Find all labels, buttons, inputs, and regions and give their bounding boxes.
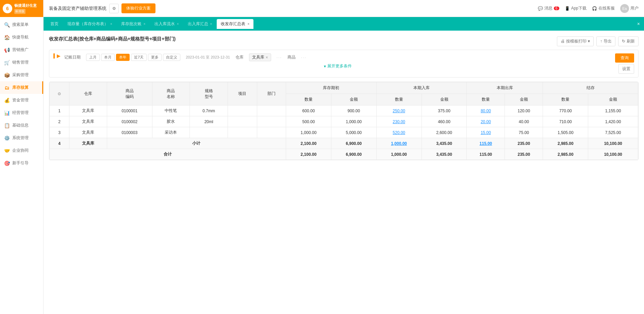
tab-bar-close-btn[interactable]: × [636,20,641,28]
sub-no: 4 [50,138,69,149]
sub-in-qty: 1,000.00 [376,138,422,149]
date-btn-本年[interactable]: 本年 [116,54,130,61]
cell-warehouse: 文具库 [69,105,107,116]
tab-batch_ledger[interactable]: 库存批次账× [117,19,150,29]
date-btn-上月[interactable]: 上月 [86,54,100,61]
date-btn-自定义[interactable]: 自定义 [163,54,180,61]
tab-close-batch_ledger[interactable]: × [144,22,146,26]
sidebar-item-purchase[interactable]: 📦采购管理 [0,69,43,81]
date-btn-更多[interactable]: 更多 [148,54,162,61]
cell-project [228,105,257,116]
column-settings-icon[interactable]: ⚙ [57,92,61,96]
warehouse-more-btn[interactable]: ··· [277,55,282,60]
tab-label-flow: 出入库流水 [154,21,175,27]
cell-close-qty: 1,505.00 [543,127,588,138]
cell-dept [257,127,286,138]
th-project: 项目 [228,82,257,105]
tab-inventory_dist[interactable]: 现存量（库存分布表）× [63,19,116,29]
total-out-qty: 115.00 [467,149,505,160]
filter-expand-btn[interactable]: ▶ [53,53,60,59]
cell-in-qty[interactable]: 250.00 [376,105,422,116]
cell-out-amt: 40.00 [505,116,543,127]
summary-table: ⚙ 仓库 商品编码 商品名称 规格型号 项目 部门 库存期初 本期入库 本期出库… [49,82,638,160]
refresh-btn[interactable]: ↻ 刷新 [618,36,639,46]
cell-project [228,127,257,138]
user-label: 用户 [630,5,639,11]
cell-out-qty[interactable]: 80.00 [467,105,505,116]
app-download-btn[interactable]: 📱 App下载 [565,5,587,11]
cell-spec: 0.7mm [190,105,228,116]
sub-label: 小计 [107,138,286,149]
user-menu[interactable]: Ea 用户 [620,4,639,13]
cell-dept [257,116,286,127]
sidebar-item-operation[interactable]: 📊经营管理 [0,106,43,119]
sidebar-item-marketing[interactable]: 📢营销推广 [0,44,43,56]
cell-out-qty[interactable]: 15.00 [467,127,505,138]
messages-badge: 6 [554,6,559,10]
messages-btn[interactable]: 💬 消息 6 [538,5,559,11]
sub-open-amt: 6,900.00 [331,138,376,149]
sidebar-label-quick_nav: 快捷导航 [12,34,29,40]
total-close-amt: 10,100.00 [588,149,638,160]
tab-close-inventory_dist[interactable]: × [110,22,112,26]
sidebar-item-finance[interactable]: 💰资金管理 [0,94,43,106]
sidebar-item-quick_nav[interactable]: 🏠快捷导航 [0,31,43,44]
export-btn[interactable]: ↑ 导出 [596,36,615,46]
table-row: 1 文具库 0100001 中性笔 0.7mm 600.00 900.00 25… [50,105,638,116]
sidebar-item-guide[interactable]: 🎯新手引导 [0,157,43,169]
cell-warehouse: 文具库 [69,116,107,127]
tab-label-batch_ledger: 库存批次账 [121,21,142,27]
experience-btn[interactable]: 体验行业方案 [121,3,155,13]
warehouse-filter-label: 仓库 [235,54,244,60]
cell-dept [257,105,286,116]
sidebar-item-sales[interactable]: 🛒销售管理 [0,56,43,69]
cell-code: 0100003 [107,127,152,138]
tab-home[interactable]: 首页 [46,19,63,29]
logo-icon: 6 [3,4,12,13]
messages-label: 消息 [544,5,552,11]
warehouse-tag-close[interactable]: × [266,55,268,60]
sales-icon: 🛒 [4,60,10,65]
online-service-btn[interactable]: 🎧 在线客服 [592,5,615,11]
tab-close-summary[interactable]: × [210,22,212,26]
system-settings-btn[interactable]: ⚙ [109,4,119,13]
date-btn-本月[interactable]: 本月 [101,54,115,61]
data-table: ⚙ 仓库 商品编码 商品名称 规格型号 项目 部门 库存期初 本期入库 本期出库… [49,82,639,160]
sidebar-nav: 🔍搜索菜单🏠快捷导航📢营销推广🛒销售管理📦采购管理🗂库存核算💰资金管理📊经营管理… [0,17,43,314]
cell-in-qty[interactable]: 230.00 [376,116,422,127]
sidebar-item-search[interactable]: 🔍搜索菜单 [0,18,43,31]
th-outbound: 本期出库 [467,82,543,94]
query-btn[interactable]: 查询 [615,53,634,63]
cell-spec: 20ml [190,116,228,127]
marketing-icon: 📢 [4,47,10,53]
sidebar-item-basic[interactable]: 📋基础信息 [0,119,43,132]
goods-more-btn[interactable]: ··· [301,55,307,60]
tab-receipt_summary[interactable]: 收发存汇总表× [217,19,253,29]
expand-conditions-btn[interactable]: ▾ 展开更多条件 [64,63,611,69]
warehouse-tag: 文具库 × [249,53,271,61]
operation-icon: 📊 [4,110,10,116]
tab-close-receipt_summary[interactable]: × [247,22,249,26]
cell-in-amt: 2,600.00 [422,127,467,138]
cell-code: 0100001 [107,105,152,116]
tab-close-flow[interactable]: × [177,22,179,26]
th-spec: 规格型号 [190,82,228,105]
header-right: 💬 消息 6 📱 App下载 🎧 在线客服 Ea 用户 [538,4,639,13]
page-title: 收发存汇总表(按仓库+商品编码+商品+规格型号+项目+部门) [49,36,176,42]
cell-open-qty: 1,000.00 [286,127,331,138]
tab-flow[interactable]: 出入库流水× [150,19,183,29]
sidebar-label-purchase: 采购管理 [12,72,29,78]
sidebar-label-system: 系统管理 [12,135,29,141]
sidebar-item-system[interactable]: ⚙️系统管理 [0,132,43,144]
cell-open-amt: 900.00 [331,105,376,116]
enterprise-icon: 🤝 [4,148,10,153]
tab-summary[interactable]: 出入库汇总× [184,19,216,29]
settings-sm-btn[interactable]: 设置 [618,64,634,74]
subtotal-row: 4 文具库 小计 2,100.00 6,900.00 1,000.00 3,43… [50,138,638,149]
cell-in-qty[interactable]: 520.00 [376,127,422,138]
cell-out-qty[interactable]: 20.00 [467,116,505,127]
sidebar-item-enterprise[interactable]: 🤝企业协同 [0,144,43,157]
date-btn-近7天[interactable]: 近7天 [131,54,147,61]
print-btn[interactable]: 🖨 按模板打印 ▾ [557,36,594,46]
sidebar-item-inventory[interactable]: 🗂库存核算 [0,81,43,94]
